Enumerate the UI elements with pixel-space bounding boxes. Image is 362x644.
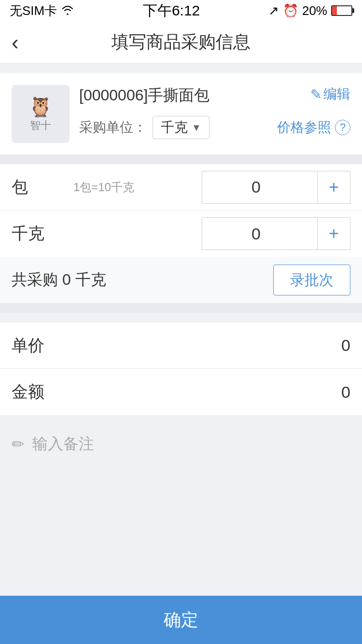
location-icon: ↗ [268,3,279,18]
package-sublabel: 1包=10千克 [73,180,134,195]
kg-input[interactable] [202,217,318,250]
package-input-row: 包 1包=10千克 + [0,164,362,210]
unit-select[interactable]: 千克 ▼ [153,116,209,139]
amount-value: 0 [341,383,350,402]
main-content: 🦉 智十 [0000006]手撕面包 ✎ 编辑 采购单位： 千克 ▼ [0,73,362,644]
summary-text: 共采购 0 千克 [12,269,106,291]
section-divider-1 [0,154,362,164]
help-icon: ? [335,120,350,135]
kg-plus-button[interactable]: + [318,217,350,250]
unit-price-value: 0 [341,336,350,355]
record-batch-button[interactable]: 录批次 [273,265,350,295]
confirm-button[interactable]: 确定 [0,596,362,644]
package-label: 包 [12,176,70,198]
product-logo-text: 智十 [30,118,51,133]
back-button[interactable]: ‹ [12,32,19,53]
product-card: 🦉 智十 [0000006]手撕面包 ✎ 编辑 采购单位： 千克 ▼ [0,73,362,154]
product-image: 🦉 智十 [12,85,70,143]
kg-input-row: 千克 + [0,210,362,257]
kg-label: 千克 [12,223,70,245]
status-bar-left: 无SIM卡 [10,2,74,19]
section-divider-2 [0,303,362,313]
nav-bar: ‹ 填写商品采购信息 [0,21,362,64]
edit-button[interactable]: ✎ 编辑 [310,85,350,103]
price-section: 单价 0 金额 0 [0,322,362,415]
notes-placeholder: 输入备注 [32,434,94,455]
product-unit-row: 采购单位： 千克 ▼ 价格参照 ? [79,116,350,139]
page-title: 填写商品采购信息 [111,30,251,54]
unit-price-label: 单价 [12,335,44,357]
package-field-wrapper: + [202,171,350,204]
alarm-icon: ⏰ [283,3,298,18]
package-input[interactable] [202,171,318,204]
battery-text: 20% [302,3,327,18]
wifi-icon [61,3,74,18]
unit-label: 采购单位： [79,118,147,137]
kg-field-wrapper: + [202,217,350,250]
pencil-icon: ✏ [12,435,25,453]
product-name-row: [0000006]手撕面包 ✎ 编辑 [79,85,350,106]
edit-label: 编辑 [323,85,350,103]
status-bar-right: ↗ ⏰ 20% [268,3,352,18]
package-plus-button[interactable]: + [318,171,350,204]
amount-row: 金额 0 [0,369,362,415]
product-name: [0000006]手撕面包 [79,85,209,106]
product-info: [0000006]手撕面包 ✎ 编辑 采购单位： 千克 ▼ 价格参照 ? [79,85,350,139]
status-bar-time: 下午6:12 [143,1,200,21]
unit-value: 千克 [161,118,188,137]
price-ref-label: 价格参照 [277,118,331,137]
chevron-down-icon: ▼ [192,122,201,133]
product-logo: 🦉 [28,96,53,118]
price-ref-button[interactable]: 价格参照 ? [277,118,350,137]
unit-price-row: 单价 0 [0,322,362,369]
input-section: 包 1包=10千克 + 千克 + [0,164,362,257]
summary-section: 共采购 0 千克 录批次 [0,257,362,303]
carrier-text: 无SIM卡 [10,2,57,19]
notes-section[interactable]: ✏ 输入备注 [0,415,362,473]
amount-label: 金额 [12,381,44,403]
edit-icon: ✎ [310,86,321,102]
status-bar: 无SIM卡 下午6:12 ↗ ⏰ 20% [0,0,362,21]
battery-icon [331,5,352,16]
